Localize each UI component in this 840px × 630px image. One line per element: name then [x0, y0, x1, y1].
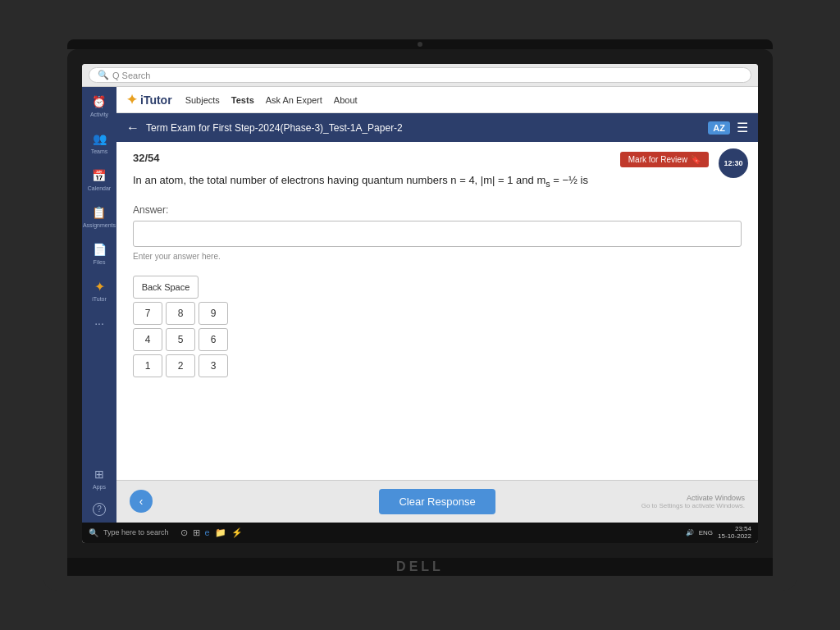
numpad: Back Space 7 8 9 4 5 6 1: [133, 276, 228, 377]
apps-icon: ⊞: [91, 466, 107, 482]
taskbar-search-text[interactable]: Type here to search: [103, 528, 169, 536]
taskbar-windows-icon[interactable]: ⊙: [180, 527, 188, 538]
bottom-bar: ‹ Clear Response Activate Windows Go to …: [116, 480, 758, 523]
taskbar-app-icon[interactable]: ⚡: [231, 527, 243, 538]
az-badge: AZ: [708, 121, 730, 135]
sidebar-item-help[interactable]: ?: [93, 503, 106, 516]
sidebar-label: Files: [94, 259, 106, 265]
answer-input[interactable]: [133, 221, 742, 247]
taskbar-multitask-icon[interactable]: ⊞: [193, 527, 200, 538]
logo: ✦ iTutor: [126, 92, 172, 107]
numpad-1[interactable]: 1: [133, 354, 162, 377]
sidebar-item-assignments[interactable]: 📋 Assignments: [83, 204, 116, 228]
search-text: Q Search: [112, 71, 150, 80]
sidebar-item-teams[interactable]: 👥 Teams: [91, 130, 108, 154]
sidebar-label: Activity: [90, 112, 108, 117]
search-icon: 🔍: [98, 70, 109, 80]
windows-activation: Activate Windows Go to Settings to activ…: [641, 494, 745, 509]
sidebar-label: Calendar: [88, 185, 111, 191]
dell-logo: DELL: [396, 559, 444, 573]
help-icon: ?: [93, 503, 106, 516]
prev-button[interactable]: ‹: [130, 490, 153, 513]
sidebar-item-itutor[interactable]: ✦ iTutor: [91, 278, 107, 302]
clear-response-button[interactable]: Clear Response: [379, 489, 495, 514]
more-icon: ···: [91, 315, 107, 331]
sidebar-item-activity[interactable]: ⏰ Activity: [90, 94, 108, 117]
exam-title: Term Exam for First Step-2024(Phase-3)_T…: [146, 122, 701, 134]
assignments-icon: 📋: [91, 204, 107, 221]
numpad-2[interactable]: 2: [166, 354, 195, 377]
question-text: In an atom, the total number of electron…: [133, 172, 742, 191]
sidebar-label: Teams: [91, 148, 108, 154]
top-nav: ✦ iTutor Subjects Tests Ask An Expert Ab…: [116, 87, 758, 113]
bookmark-icon: 🔖: [691, 155, 701, 164]
files-icon: 📄: [91, 241, 107, 258]
numpad-5[interactable]: 5: [166, 328, 195, 351]
sidebar-item-more[interactable]: ···: [91, 315, 107, 331]
numpad-row-2: 4 5 6: [133, 328, 228, 351]
nav-about[interactable]: About: [334, 95, 358, 105]
taskbar-lang: ENG: [699, 529, 713, 536]
sidebar-label: Assignments: [83, 222, 116, 228]
browser-bar: 🔍 Q Search: [82, 64, 758, 87]
backspace-button[interactable]: Back Space: [133, 276, 199, 299]
teams-icon: 👥: [91, 130, 107, 147]
back-button[interactable]: ←: [126, 121, 139, 135]
taskbar-network-icon: 🔊: [686, 529, 694, 536]
numpad-4[interactable]: 4: [133, 328, 162, 351]
numpad-8[interactable]: 8: [166, 302, 195, 325]
mark-review-button[interactable]: Mark for Review 🔖: [620, 152, 709, 167]
enter-hint: Enter your answer here.: [133, 252, 742, 261]
calendar-icon: 📅: [91, 167, 107, 184]
nav-links: Subjects Tests Ask An Expert About: [185, 95, 358, 105]
nav-subjects[interactable]: Subjects: [185, 95, 220, 105]
timer-badge: 12:30: [719, 148, 748, 178]
logo-icon: ✦: [126, 92, 137, 107]
menu-icon[interactable]: ☰: [737, 120, 748, 135]
sidebar: ⏰ Activity 👥 Teams 📅 Calendar 📋 Assignme…: [82, 87, 116, 523]
numpad-7[interactable]: 7: [133, 302, 162, 325]
sidebar-label: Apps: [93, 484, 106, 490]
numpad-6[interactable]: 6: [199, 328, 228, 351]
sidebar-label: iTutor: [92, 296, 107, 302]
numpad-row-backspace: Back Space: [133, 276, 228, 299]
sidebar-item-files[interactable]: 📄 Files: [91, 241, 107, 265]
taskbar-folder-icon[interactable]: 📁: [215, 527, 226, 538]
taskbar-time: 23:54: [735, 525, 751, 533]
itutor-icon: ✦: [91, 278, 107, 294]
logo-text: iTutor: [140, 94, 172, 107]
nav-ask-expert[interactable]: Ask An Expert: [266, 95, 322, 105]
numpad-9[interactable]: 9: [199, 302, 228, 325]
sidebar-item-calendar[interactable]: 📅 Calendar: [88, 167, 111, 191]
exam-header: ← Term Exam for First Step-2024(Phase-3)…: [116, 113, 758, 142]
search-bar[interactable]: 🔍 Q Search: [89, 67, 751, 83]
question-area: 32/54 Mark for Review 🔖 12:30 In an atom…: [116, 142, 758, 480]
sidebar-item-apps[interactable]: ⊞ Apps: [91, 466, 107, 490]
windows-search-icon: 🔍: [89, 528, 98, 537]
numpad-row-3: 1 2 3: [133, 354, 228, 377]
nav-tests[interactable]: Tests: [231, 95, 254, 105]
answer-label: Answer:: [133, 204, 742, 216]
numpad-row-1: 7 8 9: [133, 302, 228, 325]
numpad-3[interactable]: 3: [199, 354, 228, 377]
taskbar-edge-icon[interactable]: e: [205, 527, 210, 538]
taskbar-date: 15-10-2022: [718, 532, 751, 541]
activity-icon: ⏰: [91, 94, 107, 110]
